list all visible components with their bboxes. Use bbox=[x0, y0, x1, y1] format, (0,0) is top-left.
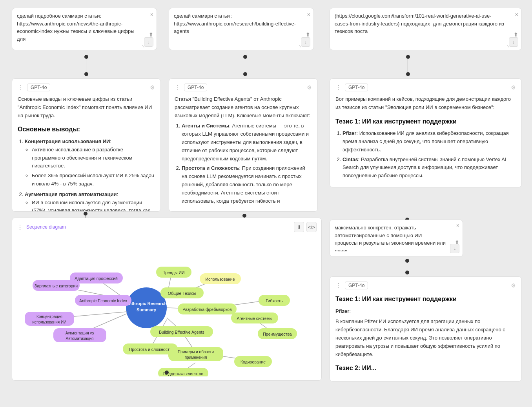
col1-gpt-menu-icon[interactable]: ⋮ bbox=[18, 84, 24, 91]
col2-connector2-dot-top bbox=[242, 214, 246, 218]
col3-gpt-list-item-1: Pfizer: Использование ИИ для анализа киб… bbox=[343, 129, 516, 154]
col3-gpt-list: Pfizer: Использование ИИ для анализа киб… bbox=[335, 129, 516, 180]
diagram-menu-icon[interactable]: ⋮ bbox=[17, 223, 23, 231]
col2-gpt-list-item-1: Агенты и Системы: Агентные системы — это… bbox=[182, 122, 312, 163]
col3-gpt-menu-icon[interactable]: ⋮ bbox=[335, 84, 342, 91]
label-agent-systems: Агентные системы bbox=[237, 316, 273, 321]
col1-gpt-bold-1: Концентрация использования ИИ bbox=[25, 138, 110, 144]
col3-gpt-text-2: Разработка внутренней системы знаний с п… bbox=[343, 156, 506, 179]
label-simplicity: Простота и сложность bbox=[129, 347, 172, 352]
col3-connector-line3 bbox=[407, 263, 407, 271]
col1-connector-dot-top bbox=[84, 55, 88, 59]
col3-input-textarea[interactable]: (https://cloud.google.com/transform/101-… bbox=[335, 12, 505, 44]
col2-input-close-icon[interactable]: × bbox=[307, 11, 310, 19]
col2-gpt-body: Статья "Building Effective Agents" от An… bbox=[175, 95, 312, 205]
diagram-code-button[interactable]: </> bbox=[306, 222, 317, 232]
col3-gpt-text-1: Использование ИИ для анализа кибербезопа… bbox=[343, 130, 509, 153]
col3-popup-down-button[interactable]: ↓ bbox=[450, 244, 459, 253]
col1-input-card: сделай подробное саммари статьи: https:/… bbox=[12, 8, 157, 50]
col3-connector-line1 bbox=[408, 58, 408, 73]
col2-input-down-button[interactable]: ↓ bbox=[301, 37, 310, 47]
diagram-header: ⋮ Sequence diagram ⬇ </> bbox=[17, 222, 317, 232]
label-examples-1: Примеры и области bbox=[178, 350, 214, 354]
col1-connector2-dot-top bbox=[84, 212, 87, 216]
col1-gpt-settings-icon[interactable]: ⚙ bbox=[150, 84, 155, 91]
col1-gpt-heading: Основные выводы: bbox=[18, 124, 155, 134]
col3-input-card: (https://cloud.google.com/transform/101-… bbox=[330, 8, 522, 50]
col3-gpt-model-badge: GPT-4o bbox=[345, 84, 368, 91]
col2-gpt-bold-1: Агенты и Системы bbox=[182, 123, 229, 129]
label-building: Building Effective Agents bbox=[159, 330, 204, 334]
col3-input-close-icon[interactable]: × bbox=[515, 11, 518, 19]
col3-gpt2-subheading: Pfizer: bbox=[335, 307, 516, 316]
col3-gpt2-heading2: Тезис 2: ИИ... bbox=[335, 363, 516, 373]
col1-gpt-list: Концентрация использования ИИ: Активное … bbox=[18, 138, 155, 212]
col3-input-down-button[interactable]: ↓ bbox=[509, 37, 518, 47]
col2-gpt-settings-icon[interactable]: ⚙ bbox=[307, 84, 312, 91]
col1-diagram-card: ⋮ Sequence diagram ⬇ </> Anthropic Resea… bbox=[12, 218, 322, 381]
col2-input-textarea[interactable]: сделай саммари статьи : https://www.anth… bbox=[174, 12, 297, 44]
col2-gpt-menu-icon[interactable]: ⋮ bbox=[175, 84, 181, 91]
col3-popup-textarea[interactable]: максимально конкретен, отражать автомати… bbox=[335, 224, 446, 251]
center-label-1: Anthropic Research bbox=[126, 301, 167, 306]
col1-gpt-body: Основные выводы и ключевые цифры из стат… bbox=[18, 95, 155, 212]
col3-gpt2-body: Тезис 1: ИИ как инструмент поддержки Pfi… bbox=[335, 294, 516, 373]
label-general-thesis: Общие Тезисы bbox=[168, 291, 196, 296]
col2-gpt-intro: Статья "Building Effective Agents" от An… bbox=[175, 95, 312, 120]
mindmap-area: Anthropic Research Summary bbox=[17, 235, 317, 376]
col1-gpt-bold-2: Аугментация против автоматизации bbox=[25, 191, 117, 197]
label-economic-index: Anthropic Economic Index bbox=[79, 298, 128, 303]
diagram-actions: ⬇ </> bbox=[294, 222, 317, 232]
col2-gpt-list-item-2: Простота и Сложность: При создании прило… bbox=[182, 164, 312, 205]
col3-gpt2-menu-icon[interactable]: ⋮ bbox=[335, 282, 342, 289]
label-augmentation-1: Аугментация vs bbox=[66, 331, 94, 335]
col3-gpt-header: ⋮ GPT-4o ⚙ bbox=[335, 84, 516, 91]
col1-gpt-list-item-2: Аугментация против автоматизации: ИИ в о… bbox=[25, 191, 155, 212]
label-coding: Кодирование bbox=[240, 360, 266, 364]
col1-gpt-sub-1-1: Активное использование в разработке прог… bbox=[32, 146, 155, 170]
col3-popup-close-icon[interactable]: × bbox=[456, 222, 459, 229]
label-examples-2: применения bbox=[185, 355, 207, 360]
col1-gpt-sublist-1: Активное использование в разработке прог… bbox=[25, 146, 155, 188]
col1-input-textarea[interactable]: сделай подробное саммари статьи: https:/… bbox=[17, 12, 140, 44]
col3-gpt-card: ⋮ GPT-4o ⚙ Вот примеры компаний и кейсов… bbox=[330, 78, 522, 187]
col3-connector-dot-top bbox=[406, 55, 410, 59]
col3-gpt-bold-1: Pfizer bbox=[343, 130, 356, 136]
col1-gpt-sublist-2: ИИ в основном используется для аугментац… bbox=[25, 199, 155, 212]
col1-connector-dot-bot bbox=[84, 72, 88, 76]
label-support: Поддержка клиентов bbox=[163, 371, 204, 376]
col2-connector-dot-top bbox=[243, 55, 247, 59]
label-frameworks: Разработка фреймворков bbox=[182, 307, 232, 312]
canvas: сделай подробное саммари статьи: https:/… bbox=[0, 0, 532, 407]
col1-gpt-sub-2-1: ИИ в основном используется для аугментац… bbox=[32, 199, 155, 212]
col3-gpt2-body-text: В компании Pfizer ИИ используется для аг… bbox=[335, 318, 516, 358]
center-label-2: Summary bbox=[137, 307, 157, 312]
col1-connector3-dot bbox=[165, 371, 169, 374]
diagram-download-button[interactable]: ⬇ bbox=[294, 222, 304, 232]
col3-gpt2-settings-icon[interactable]: ⚙ bbox=[511, 282, 516, 289]
col1-connector-line1 bbox=[86, 58, 86, 73]
mindmap-svg: Anthropic Research Summary bbox=[17, 235, 317, 376]
label-flexibility: Гибкость bbox=[266, 298, 283, 303]
col3-gpt2-heading: Тезис 1: ИИ как инструмент поддержки bbox=[335, 294, 516, 304]
col1-gpt-header: ⋮ GPT-4o ⚙ bbox=[18, 84, 155, 91]
col1-gpt-model-badge: GPT-4o bbox=[27, 84, 50, 91]
label-concentration-1: Концентрация bbox=[36, 314, 62, 319]
col3-gpt2-model-badge: GPT-4o bbox=[345, 282, 368, 289]
col2-connector-line1 bbox=[245, 58, 245, 73]
col3-gpt-bold-2: Cintas bbox=[343, 156, 358, 162]
col3-gpt-settings-icon[interactable]: ⚙ bbox=[511, 84, 516, 91]
col1-gpt-sub-1-2: Более 36% профессий используют ИИ в 25% … bbox=[32, 172, 155, 188]
col3-connector3-dot-bot bbox=[405, 271, 409, 274]
label-augmentation-2: Автоматизация bbox=[66, 336, 93, 341]
col3-popup-card: максимально конкретен, отражать автомати… bbox=[330, 220, 463, 257]
col2-gpt-list: Агенты и Системы: Агентные системы — это… bbox=[175, 122, 312, 205]
col3-gpt-heading: Тезис 1: ИИ как инструмент поддержки bbox=[335, 116, 516, 127]
label-usage: Использование bbox=[205, 277, 235, 282]
col2-input-card: сделай саммари статьи : https://www.anth… bbox=[169, 8, 314, 50]
col3-gpt2-header: ⋮ GPT-4o ⚙ bbox=[335, 282, 516, 289]
col1-gpt-list-item-1: Концентрация использования ИИ: Активное … bbox=[25, 138, 155, 188]
col1-input-down-button[interactable]: ↓ bbox=[144, 37, 153, 47]
col3-connector3-dot-top bbox=[405, 259, 409, 263]
col1-input-close-icon[interactable]: × bbox=[150, 11, 153, 19]
